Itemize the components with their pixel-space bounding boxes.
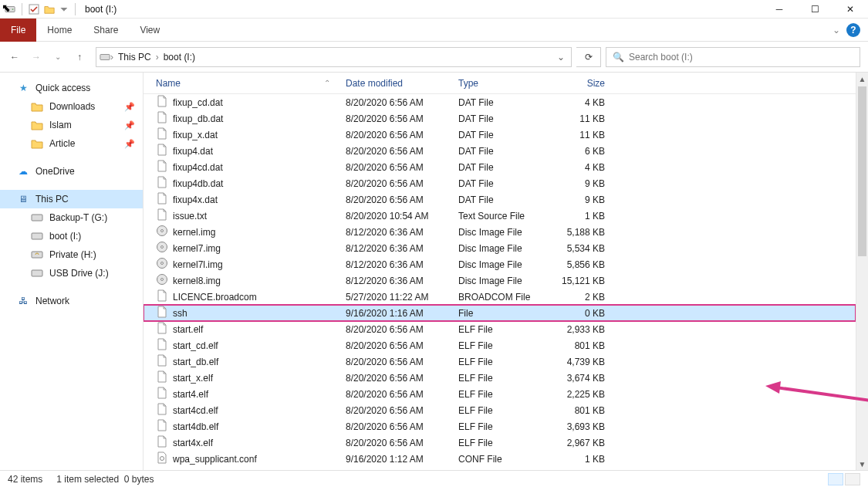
breadcrumb-root[interactable]: This PC <box>113 48 156 66</box>
file-name: kernel7.img <box>173 243 221 254</box>
forward-button[interactable]: → <box>28 49 45 66</box>
view-icons-button[interactable] <box>845 473 860 485</box>
file-row[interactable]: start4db.elf8/20/2020 6:56 AMELF File3,6… <box>144 418 856 435</box>
help-button[interactable]: ? <box>846 23 860 37</box>
file-size: 0 KB <box>549 308 605 319</box>
file-type: ELF File <box>458 421 549 432</box>
file-icon <box>156 192 168 207</box>
file-name: fixup_x.dat <box>173 130 218 140</box>
file-size: 15,121 KB <box>549 276 605 286</box>
file-row[interactable]: start_x.elf8/20/2020 6:56 AMELF File3,67… <box>144 370 856 386</box>
checkbox-icon[interactable] <box>29 4 39 15</box>
refresh-button[interactable]: ⟳ <box>576 47 601 67</box>
recent-chevron-icon[interactable]: ⌄ <box>49 49 66 66</box>
file-row[interactable]: fixup_x.dat8/20/2020 6:56 AMDAT File11 K… <box>144 127 856 143</box>
view-details-button[interactable] <box>828 473 843 485</box>
address-dropdown-icon[interactable]: ⌄ <box>557 52 565 63</box>
close-button[interactable]: ✕ <box>833 0 868 19</box>
minimize-button[interactable]: ─ <box>762 0 797 19</box>
file-row[interactable]: fixup4x.dat8/20/2020 6:56 AMDAT File9 KB <box>144 191 856 208</box>
file-name: start4x.elf <box>173 438 213 448</box>
ribbon-tab-view[interactable]: View <box>129 19 171 42</box>
sidebar-this-pc[interactable]: 🖥 This PC <box>0 190 143 208</box>
column-date[interactable]: Date modified <box>346 78 458 89</box>
scroll-thumb[interactable] <box>858 86 866 256</box>
file-row[interactable]: kernel.img8/12/2020 6:36 AMDisc Image Fi… <box>144 224 856 240</box>
file-row[interactable]: start4.elf8/20/2020 6:56 AMELF File2,225… <box>144 386 856 402</box>
file-type: DAT File <box>458 113 549 124</box>
file-name: start.elf <box>173 324 203 335</box>
window-title: boot (I:) <box>82 4 117 15</box>
sidebar-network[interactable]: 🖧 Network <box>0 292 143 310</box>
file-row[interactable]: LICENCE.broadcom5/27/2020 11:22 AMBROADC… <box>144 289 856 305</box>
sidebar-drive-boot[interactable]: boot (I:) <box>0 227 143 245</box>
cursor-icon: ⬉ <box>2 2 11 14</box>
sidebar-drive-usb[interactable]: USB Drive (J:) <box>0 264 143 282</box>
file-name: fixup_db.dat <box>173 113 223 124</box>
ribbon-expand-icon[interactable]: ⌄ <box>833 25 840 36</box>
file-row[interactable]: kernel7l.img8/12/2020 6:36 AMDisc Image … <box>144 256 856 272</box>
file-size: 2,967 KB <box>549 438 605 448</box>
sidebar-drive-private[interactable]: Private (H:) <box>0 245 143 264</box>
sidebar-quick-access[interactable]: ★ Quick access <box>0 79 143 97</box>
file-row[interactable]: start4cd.elf8/20/2020 6:56 AMELF File801… <box>144 402 856 418</box>
file-row[interactable]: start_db.elf8/20/2020 6:56 AMELF File4,7… <box>144 353 856 370</box>
file-row[interactable]: ssh9/16/2020 1:16 AMFile0 KB <box>144 305 856 321</box>
file-size: 2,225 KB <box>549 389 605 400</box>
file-name: fixup4db.dat <box>173 178 223 189</box>
file-name: fixup_cd.dat <box>173 97 223 108</box>
file-icon <box>156 354 168 369</box>
column-size[interactable]: Size <box>549 78 605 89</box>
maximize-button[interactable]: ☐ <box>797 0 833 19</box>
file-icon <box>156 387 168 401</box>
title-bar: ⏷ boot (I:) ─ ☐ ✕ <box>0 0 868 19</box>
file-icon <box>156 419 168 434</box>
file-row[interactable]: start4x.elf8/20/2020 6:56 AMELF File2,96… <box>144 435 856 451</box>
file-row[interactable]: issue.txt8/20/2020 10:54 AMText Source F… <box>144 208 856 224</box>
file-type: Disc Image File <box>458 243 549 254</box>
file-row[interactable]: wpa_supplicant.conf9/16/2020 1:12 AMCONF… <box>144 451 856 467</box>
file-row[interactable]: start.elf8/20/2020 6:56 AMELF File2,933 … <box>144 321 856 337</box>
file-row[interactable]: kernel7.img8/12/2020 6:36 AMDisc Image F… <box>144 240 856 256</box>
file-row[interactable]: kernel8.img8/12/2020 6:36 AMDisc Image F… <box>144 272 856 289</box>
ribbon-tab-share[interactable]: Share <box>83 19 129 42</box>
file-row[interactable]: fixup4.dat8/20/2020 6:56 AMDAT File6 KB <box>144 143 856 159</box>
sidebar-onedrive[interactable]: ☁ OneDrive <box>0 162 143 181</box>
file-icon <box>156 289 168 304</box>
ribbon-tab-home[interactable]: Home <box>36 19 83 42</box>
qat-chevron-icon[interactable]: ⏷ <box>59 4 69 15</box>
breadcrumb-current[interactable]: boot (I:) <box>159 48 200 66</box>
sidebar-label: boot (I:) <box>49 231 81 242</box>
file-row[interactable]: fixup_cd.dat8/20/2020 6:56 AMDAT File4 K… <box>144 94 856 110</box>
file-size: 9 KB <box>549 194 605 205</box>
sidebar-label: USB Drive (J:) <box>49 268 109 279</box>
file-icon <box>156 160 168 174</box>
drive-icon <box>31 211 43 224</box>
column-name[interactable]: Name⌃ <box>156 78 346 89</box>
scroll-up-icon[interactable]: ▲ <box>856 73 868 85</box>
file-row[interactable]: fixup_db.dat8/20/2020 6:56 AMDAT File11 … <box>144 110 856 127</box>
scroll-down-icon[interactable]: ▼ <box>856 458 868 470</box>
back-button[interactable]: ← <box>6 49 23 66</box>
sidebar-label: Article <box>49 138 75 149</box>
file-type: ELF File <box>458 438 549 448</box>
status-bar: 42 items 1 item selected 0 bytes <box>0 470 868 487</box>
search-input[interactable] <box>629 52 853 63</box>
file-row[interactable]: fixup4db.dat8/20/2020 6:56 AMDAT File9 K… <box>144 175 856 191</box>
search-box[interactable]: 🔍 <box>606 47 860 67</box>
ribbon-tab-file[interactable]: File <box>0 19 36 42</box>
sidebar-drive-backup[interactable]: Backup-T (G:) <box>0 208 143 227</box>
sidebar-item-article[interactable]: Article 📌 <box>0 134 143 153</box>
address-bar[interactable]: › This PC › boot (I:) ⌄ <box>96 47 572 67</box>
drive-icon <box>31 230 43 242</box>
file-name: LICENCE.broadcom <box>173 292 257 303</box>
file-row[interactable]: start_cd.elf8/20/2020 6:56 AMELF File801… <box>144 337 856 353</box>
file-row[interactable]: fixup4cd.dat8/20/2020 6:56 AMDAT File4 K… <box>144 159 856 175</box>
sidebar-item-downloads[interactable]: Downloads 📌 <box>0 97 143 116</box>
sidebar-label: This PC <box>35 194 69 205</box>
up-button[interactable]: ↑ <box>71 49 88 66</box>
vertical-scrollbar[interactable]: ▲ ▼ <box>856 73 868 470</box>
file-size: 6 KB <box>549 146 605 157</box>
sidebar-item-islam[interactable]: Islam 📌 <box>0 116 143 134</box>
column-type[interactable]: Type <box>458 78 549 89</box>
